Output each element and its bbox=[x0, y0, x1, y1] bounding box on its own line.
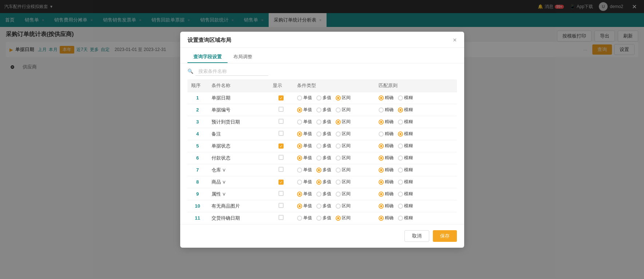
type-option[interactable]: 单值 bbox=[297, 191, 312, 197]
radio-btn[interactable] bbox=[297, 119, 302, 125]
radio-btn[interactable] bbox=[316, 180, 321, 185]
match-option[interactable]: 模糊 bbox=[398, 203, 413, 209]
radio-btn[interactable] bbox=[316, 95, 321, 101]
type-option[interactable]: 多值 bbox=[316, 167, 331, 173]
radio-btn[interactable] bbox=[297, 180, 302, 185]
row-display[interactable]: ✓ bbox=[269, 140, 293, 152]
radio-btn[interactable] bbox=[398, 204, 403, 209]
radio-btn[interactable] bbox=[379, 107, 384, 113]
type-option[interactable]: 多值 bbox=[316, 95, 331, 101]
radio-btn[interactable] bbox=[316, 156, 321, 161]
display-checkbox[interactable] bbox=[278, 191, 284, 196]
type-option[interactable]: 单值 bbox=[297, 143, 312, 149]
match-option[interactable]: 精确 bbox=[379, 143, 394, 149]
type-option[interactable]: 区间 bbox=[336, 107, 351, 113]
type-option[interactable]: 多值 bbox=[316, 179, 331, 185]
radio-btn[interactable] bbox=[336, 168, 341, 173]
match-option[interactable]: 模糊 bbox=[398, 119, 413, 125]
radio-btn[interactable] bbox=[297, 156, 302, 161]
radio-btn[interactable] bbox=[398, 168, 403, 173]
type-option[interactable]: 多值 bbox=[316, 155, 331, 161]
match-option[interactable]: 模糊 bbox=[398, 143, 413, 149]
display-checkbox[interactable]: ✓ bbox=[278, 144, 284, 149]
display-checkbox[interactable]: ✓ bbox=[278, 180, 284, 185]
radio-btn[interactable] bbox=[336, 204, 341, 209]
tab-layout-adjust[interactable]: 布局调整 bbox=[228, 51, 258, 63]
type-option[interactable]: 区间 bbox=[336, 215, 351, 221]
radio-btn[interactable] bbox=[398, 192, 403, 197]
tab-query-fields[interactable]: 查询字段设置 bbox=[187, 51, 228, 63]
radio-btn[interactable] bbox=[316, 131, 321, 137]
radio-btn[interactable] bbox=[316, 119, 321, 125]
type-option[interactable]: 多值 bbox=[316, 143, 331, 149]
type-option[interactable]: 区间 bbox=[336, 95, 351, 101]
radio-btn[interactable] bbox=[336, 131, 341, 137]
radio-btn[interactable] bbox=[379, 192, 384, 197]
match-option[interactable]: 精确 bbox=[379, 131, 394, 137]
row-display[interactable] bbox=[269, 188, 293, 200]
match-option[interactable]: 模糊 bbox=[398, 167, 413, 173]
type-option[interactable]: 区间 bbox=[336, 179, 351, 185]
radio-btn[interactable] bbox=[297, 95, 302, 101]
display-checkbox[interactable]: ✓ bbox=[278, 95, 284, 101]
display-checkbox[interactable] bbox=[278, 167, 284, 172]
radio-btn[interactable] bbox=[379, 119, 384, 125]
type-option[interactable]: 多值 bbox=[316, 215, 331, 221]
row-display[interactable] bbox=[269, 152, 293, 164]
display-checkbox[interactable] bbox=[278, 155, 284, 160]
type-option[interactable]: 区间 bbox=[336, 203, 351, 209]
cancel-button[interactable]: 取消 bbox=[404, 230, 429, 242]
row-display[interactable] bbox=[269, 104, 293, 116]
radio-btn[interactable] bbox=[336, 95, 341, 101]
radio-btn[interactable] bbox=[398, 131, 403, 137]
radio-btn[interactable] bbox=[316, 107, 321, 113]
radio-btn[interactable] bbox=[297, 144, 302, 149]
radio-btn[interactable] bbox=[316, 168, 321, 173]
radio-btn[interactable] bbox=[398, 156, 403, 161]
display-checkbox[interactable] bbox=[278, 131, 284, 136]
radio-btn[interactable] bbox=[398, 180, 403, 185]
match-option[interactable]: 精确 bbox=[379, 95, 394, 101]
modal-close-button[interactable]: × bbox=[453, 37, 457, 43]
match-option[interactable]: 精确 bbox=[379, 215, 394, 221]
match-option[interactable]: 模糊 bbox=[398, 131, 413, 137]
radio-btn[interactable] bbox=[336, 156, 341, 161]
match-option[interactable]: 模糊 bbox=[398, 191, 413, 197]
radio-btn[interactable] bbox=[336, 216, 341, 221]
type-option[interactable]: 单值 bbox=[297, 215, 312, 221]
radio-btn[interactable] bbox=[379, 168, 384, 173]
row-display[interactable] bbox=[269, 128, 293, 140]
display-checkbox[interactable] bbox=[278, 107, 284, 112]
search-input[interactable] bbox=[195, 67, 268, 76]
radio-btn[interactable] bbox=[379, 144, 384, 149]
radio-btn[interactable] bbox=[336, 107, 341, 113]
radio-btn[interactable] bbox=[398, 95, 403, 101]
radio-btn[interactable] bbox=[379, 204, 384, 209]
match-option[interactable]: 模糊 bbox=[398, 107, 413, 113]
radio-btn[interactable] bbox=[297, 192, 302, 197]
type-option[interactable]: 单值 bbox=[297, 107, 312, 113]
radio-btn[interactable] bbox=[379, 95, 384, 101]
type-option[interactable]: 单值 bbox=[297, 179, 312, 185]
row-display[interactable] bbox=[269, 212, 293, 224]
match-option[interactable]: 精确 bbox=[379, 119, 394, 125]
type-option[interactable]: 多值 bbox=[316, 203, 331, 209]
match-option[interactable]: 模糊 bbox=[398, 155, 413, 161]
radio-btn[interactable] bbox=[379, 180, 384, 185]
match-option[interactable]: 精确 bbox=[379, 155, 394, 161]
match-option[interactable]: 精确 bbox=[379, 107, 394, 113]
type-option[interactable]: 区间 bbox=[336, 119, 351, 125]
type-option[interactable]: 单值 bbox=[297, 119, 312, 125]
type-option[interactable]: 单值 bbox=[297, 155, 312, 161]
type-option[interactable]: 多值 bbox=[316, 131, 331, 137]
match-option[interactable]: 精确 bbox=[379, 203, 394, 209]
radio-btn[interactable] bbox=[297, 204, 302, 209]
radio-btn[interactable] bbox=[398, 144, 403, 149]
type-option[interactable]: 区间 bbox=[336, 155, 351, 161]
radio-btn[interactable] bbox=[336, 119, 341, 125]
row-display[interactable]: ✓ bbox=[269, 92, 293, 104]
type-option[interactable]: 多值 bbox=[316, 119, 331, 125]
radio-btn[interactable] bbox=[297, 131, 302, 137]
type-option[interactable]: 单值 bbox=[297, 167, 312, 173]
radio-btn[interactable] bbox=[398, 119, 403, 125]
